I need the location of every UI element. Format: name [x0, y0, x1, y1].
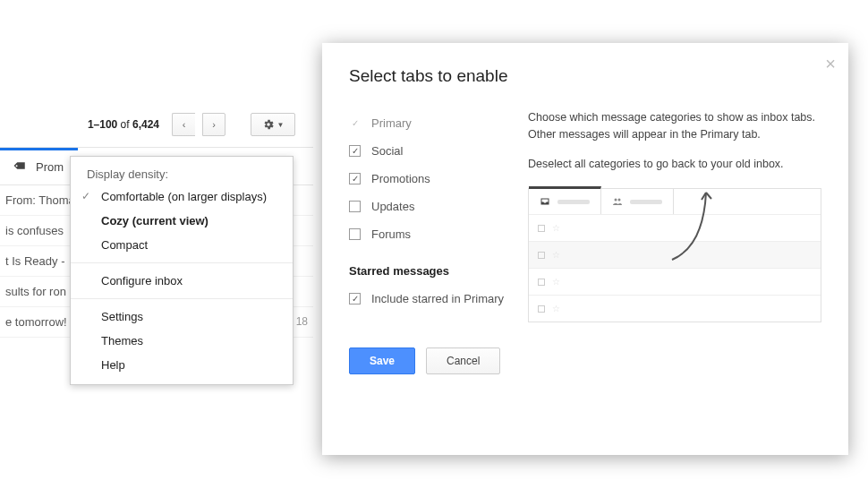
svg-point-1 [618, 199, 621, 202]
dropdown-caret-icon: ▼ [277, 121, 285, 129]
menu-item-label: Configure inbox [101, 274, 183, 287]
checkbox-icon [349, 117, 361, 129]
starred-heading: Starred messages [349, 264, 510, 278]
menu-density-cozy[interactable]: Cozy (current view) [71, 209, 293, 233]
description-column: Choose which message categories to show … [528, 109, 821, 322]
count-range: 1–100 [88, 118, 117, 131]
menu-density-compact[interactable]: Compact [71, 233, 293, 257]
save-button[interactable]: Save [349, 347, 415, 374]
row-text: From: Thoma [5, 193, 75, 207]
cancel-button[interactable]: Cancel [426, 347, 500, 374]
category-updates[interactable]: Updates [349, 193, 510, 220]
row-text: sults for ron [5, 285, 66, 298]
settings-dropdown-menu: Display density: ✓ Comfortable (on large… [70, 156, 294, 385]
tag-icon [12, 157, 32, 177]
menu-item-label: Cozy (current view) [101, 214, 208, 227]
menu-separator [71, 298, 293, 299]
checkmark-icon: ✓ [81, 190, 90, 202]
menu-density-comfortable[interactable]: ✓ Comfortable (on larger displays) [71, 184, 293, 209]
menu-section-title: Display density: [71, 164, 293, 184]
preview-row: ☆ [529, 268, 821, 295]
tab-label: Prom [36, 160, 64, 174]
dialog-title: Select tabs to enable [349, 66, 821, 86]
option-label: Include starred in Primary [371, 292, 504, 305]
count-of: of [121, 118, 130, 131]
inbox-icon [540, 196, 550, 207]
preview-row: ☆ [529, 214, 821, 241]
preview-tab-primary [529, 186, 601, 214]
row-text: is confuses [5, 224, 64, 237]
checkbox[interactable] [349, 145, 361, 157]
category-label: Social [371, 144, 403, 158]
description-text: Choose which message categories to show … [528, 109, 821, 143]
checkbox[interactable] [349, 293, 361, 305]
tab-promotions[interactable]: Prom [0, 148, 78, 184]
menu-item-label: Comfortable (on larger displays) [101, 190, 267, 203]
preview-row: ☆ [529, 295, 821, 322]
category-label: Updates [371, 200, 414, 213]
placeholder-bar [557, 200, 590, 204]
menu-item-label: Settings [101, 310, 143, 323]
tabs-preview: ☆ ☆ ☆ ☆ [528, 188, 821, 322]
message-count: 1–100 of 6,424 [88, 118, 159, 131]
gear-icon [262, 118, 275, 131]
next-page-button[interactable]: › [202, 113, 226, 136]
category-social[interactable]: Social [349, 137, 510, 165]
menu-item-label: Help [101, 358, 125, 372]
preview-tab-social [601, 189, 674, 214]
row-text: t Is Ready - [5, 254, 64, 268]
menu-help[interactable]: Help [71, 353, 293, 377]
count-total: 6,424 [132, 118, 159, 131]
menu-separator [71, 262, 293, 263]
category-primary: Primary [349, 109, 510, 137]
svg-point-0 [615, 199, 617, 202]
people-icon [612, 196, 623, 207]
close-button[interactable]: × [825, 54, 836, 74]
category-promotions[interactable]: Promotions [349, 165, 510, 193]
checkbox[interactable] [349, 173, 361, 184]
prev-page-button[interactable]: ‹ [172, 113, 195, 136]
checkbox[interactable] [349, 228, 361, 240]
menu-item-label: Compact [101, 238, 148, 252]
menu-item-label: Themes [101, 334, 143, 347]
preview-row: ☆ [529, 241, 821, 268]
toolbar: 1–100 of 6,424 ‹ › ▼ [0, 107, 313, 148]
category-label: Forums [371, 227, 411, 241]
description-text: Deselect all categories to go back to yo… [528, 156, 821, 173]
category-label: Primary [371, 116, 412, 130]
menu-configure-inbox[interactable]: Configure inbox [71, 269, 293, 293]
menu-settings[interactable]: Settings [71, 305, 293, 329]
include-starred-option[interactable]: Include starred in Primary [349, 285, 510, 313]
dialog-footer: Save Cancel [349, 347, 821, 374]
category-forums[interactable]: Forums [349, 220, 510, 248]
categories-column: Primary Social Promotions Updates Forums… [349, 109, 510, 322]
menu-themes[interactable]: Themes [71, 329, 293, 353]
checkbox[interactable] [349, 201, 361, 212]
configure-inbox-dialog: × Select tabs to enable Primary Social P… [322, 43, 848, 455]
settings-gear-button[interactable]: ▼ [251, 113, 295, 136]
placeholder-bar [630, 200, 662, 204]
category-label: Promotions [371, 172, 430, 185]
